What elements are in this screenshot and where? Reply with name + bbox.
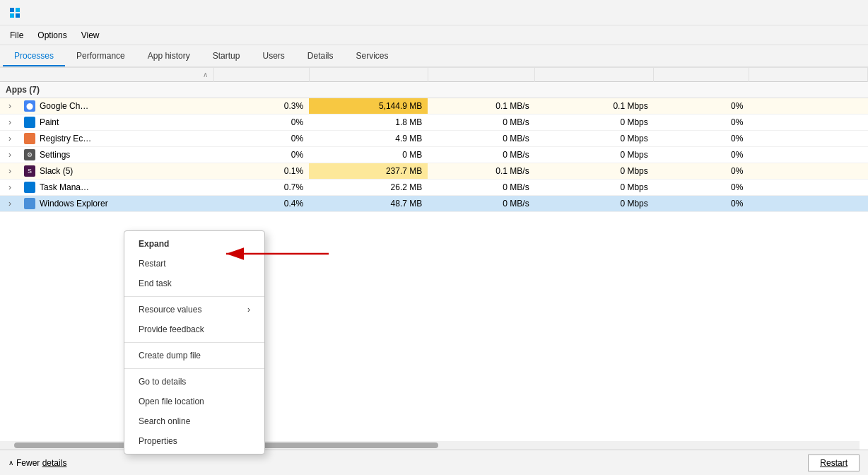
submenu-arrow-icon: ›	[247, 305, 250, 315]
svg-rect-1	[16, 8, 20, 12]
process-name-label: Paint	[40, 117, 59, 127]
network-cell: 0 Mbps	[535, 131, 654, 147]
fewer-details-label: Fewer details	[16, 458, 66, 468]
tab-users[interactable]: Users	[251, 47, 295, 66]
svg-rect-3	[16, 13, 20, 18]
minimize-button[interactable]	[762, 2, 794, 23]
context-menu-item-properties[interactable]: Properties	[124, 431, 264, 451]
table-row[interactable]: › Paint 0% 1.8 MB 0 MB/s 0 Mbps 0%	[0, 115, 868, 131]
restart-button[interactable]: Restart	[808, 455, 860, 471]
maximize-button[interactable]	[794, 2, 827, 23]
menu-options[interactable]: Options	[30, 28, 74, 43]
close-button[interactable]	[827, 2, 860, 23]
col-memory[interactable]	[309, 68, 428, 82]
tab-processes[interactable]: Processes	[3, 47, 65, 66]
col-disk[interactable]	[428, 68, 534, 82]
menu-view[interactable]: View	[74, 28, 107, 43]
memory-cell: 4.9 MB	[309, 131, 428, 147]
chevron-down-icon: ∧	[8, 459, 13, 467]
table-row[interactable]: › ⬤ Google Ch… 0.3% 5,144.9 MB 0.1 MB/s …	[0, 98, 868, 115]
context-menu-item-go-to-details[interactable]: Go to details	[124, 372, 264, 392]
context-menu-item-open-file-location[interactable]: Open file location	[124, 392, 264, 411]
col-gpu-engine[interactable]	[749, 68, 867, 82]
table-row[interactable]: › Windows Explorer 0.4% 48.7 MB 0 MB/s 0…	[0, 196, 868, 212]
svg-rect-0	[10, 8, 14, 12]
network-cell: 0.1 Mbps	[535, 98, 654, 115]
disk-cell: 0 MB/s	[428, 131, 534, 147]
context-menu-separator	[124, 342, 264, 343]
memory-cell: 48.7 MB	[309, 196, 428, 212]
tab-services[interactable]: Services	[345, 47, 400, 66]
network-cell: 0 Mbps	[535, 115, 654, 131]
context-menu-item-end-task[interactable]: End task	[124, 274, 264, 293]
cpu-cell: 0.4%	[214, 196, 310, 212]
gpu-engine-cell	[749, 131, 867, 147]
cpu-cell: 0.3%	[214, 98, 310, 115]
table-row[interactable]: › ⚙ Settings 0% 0 MB 0 MB/s 0 Mbps 0%	[0, 147, 868, 163]
expand-icon[interactable]: ›	[8, 182, 20, 192]
disk-cell: 0.1 MB/s	[428, 163, 534, 180]
gpu-cell: 0%	[654, 180, 749, 196]
svg-rect-2	[10, 13, 14, 18]
process-name-label: Registry Ec…	[40, 134, 91, 143]
app-icon-slack: S	[24, 165, 35, 177]
expand-icon[interactable]: ›	[8, 166, 20, 176]
network-cell: 0 Mbps	[535, 196, 654, 212]
gpu-cell: 0%	[654, 147, 749, 163]
disk-cell: 0 MB/s	[428, 147, 534, 163]
cpu-cell: 0%	[214, 131, 310, 147]
gpu-engine-cell	[749, 180, 867, 196]
expand-icon[interactable]: ›	[8, 117, 20, 127]
process-name-label: Settings	[40, 150, 70, 160]
col-gpu[interactable]	[654, 68, 749, 82]
app-icon-taskmanager	[24, 182, 35, 193]
process-name-label: Slack (5)	[40, 166, 73, 176]
col-cpu[interactable]	[214, 68, 310, 82]
memory-cell: 5,144.9 MB	[309, 98, 428, 115]
menu-file[interactable]: File	[3, 28, 30, 43]
table-row[interactable]: › Task Mana… 0.7% 26.2 MB 0 MB/s 0 Mbps …	[0, 180, 868, 196]
col-network[interactable]	[535, 68, 654, 82]
app-icon-paint	[24, 117, 35, 128]
context-menu-item-create-dump-file[interactable]: Create dump file	[124, 346, 264, 365]
cpu-cell: 0%	[214, 115, 310, 131]
expand-icon[interactable]: ›	[8, 134, 20, 143]
context-menu-item-expand[interactable]: Expand	[124, 234, 264, 254]
tab-startup[interactable]: Startup	[201, 47, 252, 66]
app-icon-explorer	[24, 198, 35, 209]
memory-cell: 0 MB	[309, 147, 428, 163]
fewer-details-button[interactable]: ∧ Fewer details	[8, 458, 66, 468]
cpu-cell: 0.7%	[214, 180, 310, 196]
expand-icon[interactable]: ›	[8, 199, 20, 209]
context-menu-item-provide-feedback[interactable]: Provide feedback	[124, 319, 264, 339]
context-menu-item-resource-values[interactable]: Resource values›	[124, 300, 264, 319]
tab-performance[interactable]: Performance	[65, 47, 136, 66]
expand-icon[interactable]: ›	[8, 150, 20, 160]
process-name-label: Task Mana…	[40, 182, 89, 192]
gpu-cell: 0%	[654, 98, 749, 115]
network-cell: 0 Mbps	[535, 147, 654, 163]
app-icon-settings: ⚙	[24, 149, 35, 160]
context-menu-item-restart[interactable]: Restart	[124, 254, 264, 274]
title-bar	[0, 0, 868, 25]
gpu-cell: 0%	[654, 115, 749, 131]
app-icon-chrome: ⬤	[24, 100, 35, 112]
app-icon	[8, 6, 21, 19]
context-menu-separator	[124, 296, 264, 297]
context-menu-item-search-online[interactable]: Search online	[124, 411, 264, 431]
table-row[interactable]: › Registry Ec… 0% 4.9 MB 0 MB/s 0 Mbps 0…	[0, 131, 868, 147]
cpu-cell: 0%	[214, 147, 310, 163]
gpu-cell: 0%	[654, 131, 749, 147]
col-name[interactable]: ∧	[0, 68, 214, 82]
tab-details[interactable]: Details	[296, 47, 345, 66]
gpu-cell: 0%	[654, 163, 749, 180]
gpu-engine-cell	[749, 163, 867, 180]
disk-cell: 0.1 MB/s	[428, 98, 534, 115]
expand-icon[interactable]: ›	[8, 101, 20, 111]
process-name-label: Windows Explorer	[40, 199, 108, 209]
disk-cell: 0 MB/s	[428, 115, 534, 131]
table-row[interactable]: › S Slack (5) 0.1% 237.7 MB 0.1 MB/s 0 M…	[0, 163, 868, 180]
tab-app-history[interactable]: App history	[136, 47, 201, 66]
network-cell: 0 Mbps	[535, 163, 654, 180]
gpu-engine-cell	[749, 196, 867, 212]
